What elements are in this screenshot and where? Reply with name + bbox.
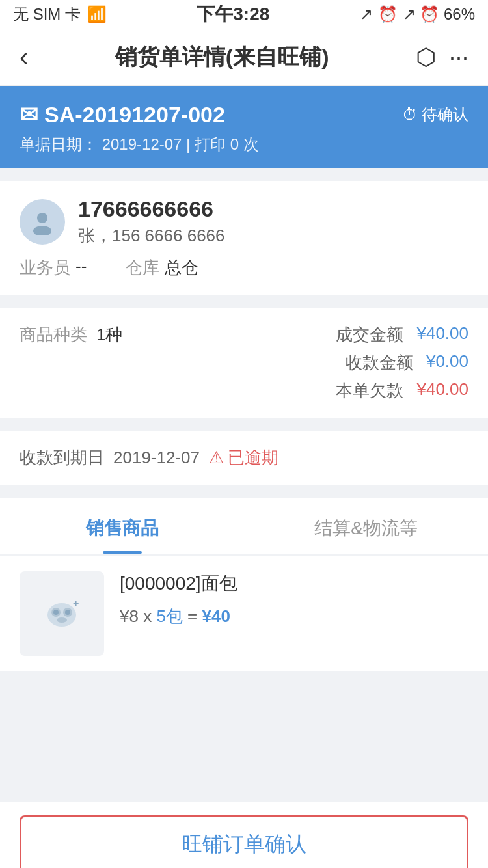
sales-value: -- — [75, 256, 87, 279]
summary-amounts: 成交金额 ¥40.00 收款金额 ¥0.00 本单欠款 ¥40.00 — [336, 323, 468, 402]
battery-text: ↗ ⏰ 66% — [403, 5, 475, 23]
no-sim-text: 无 SIM 卡 — [13, 4, 81, 25]
order-status: ⏱ 待确认 — [402, 104, 468, 125]
order-icon: ✉ — [20, 102, 38, 128]
due-date-card: 收款到期日 2019-12-07 ⚠ 已逾期 — [0, 431, 488, 485]
deal-amount-label: 成交金额 — [336, 323, 403, 346]
quantity: 5包 — [156, 606, 182, 626]
warehouse-label: 仓库 — [126, 256, 159, 279]
product-info: [0000002]面包 ¥8 x 5包 = ¥40 — [120, 571, 468, 628]
due-date-label: 收款到期日 — [20, 446, 104, 469]
due-date-value: 2019-12-07 — [113, 448, 200, 468]
customer-phone: 17666666666 — [78, 197, 225, 222]
avatar — [20, 199, 65, 245]
order-header-card: ✉ SA-20191207-002 ⏱ 待确认 单据日期： 2019-12-07… — [0, 86, 488, 168]
equals-sign: = — [187, 606, 202, 626]
owed-amount-row: 本单欠款 ¥40.00 — [336, 379, 468, 402]
svg-point-5 — [53, 610, 59, 615]
sales-label: 业务员 — [20, 256, 70, 279]
total-price: ¥40 — [202, 606, 230, 626]
received-amount-label: 收款金额 — [346, 351, 413, 374]
status-right: ↗ ⏰ ↗ ⏰ 66% — [360, 5, 475, 23]
unit-price: ¥8 — [120, 606, 139, 626]
overdue-badge: ⚠ 已逾期 — [209, 446, 278, 469]
summary-card: 商品种类 1种 成交金额 ¥40.00 收款金额 ¥0.00 本单欠款 ¥40.… — [0, 308, 488, 418]
share-icon[interactable]: ⬡ — [416, 44, 436, 71]
product-name: [0000002]面包 — [120, 571, 468, 596]
order-date: 单据日期： 2019-12-07 | 打印 0 次 — [20, 134, 468, 155]
owed-amount-label: 本单欠款 — [336, 379, 403, 402]
svg-point-2 — [47, 603, 76, 627]
clock-icon: ⏱ — [402, 105, 418, 124]
svg-point-7 — [57, 617, 67, 623]
confirm-button[interactable]: 旺铺订单确认 — [20, 815, 468, 868]
tab-products[interactable]: 销售商品 — [0, 498, 244, 554]
status-bar: 无 SIM 卡 📶 下午3:28 ↗ ⏰ ↗ ⏰ 66% — [0, 0, 488, 29]
svg-text:+: + — [73, 598, 79, 609]
owed-amount-value: ¥40.00 — [416, 379, 468, 402]
status-left: 无 SIM 卡 📶 — [13, 4, 107, 25]
customer-meta: 业务员 -- 仓库 总仓 — [20, 256, 468, 279]
svg-point-0 — [37, 213, 47, 223]
nav-actions: ⬡ ··· — [416, 44, 468, 71]
received-amount-value: ¥0.00 — [426, 351, 468, 374]
alarm-icon: ⏰ — [378, 5, 398, 23]
product-price: ¥8 x 5包 = ¥40 — [120, 605, 468, 628]
overdue-icon: ⚠ — [209, 448, 224, 468]
svg-point-1 — [33, 226, 51, 235]
nav-bar: ‹ 销货单详情(来自旺铺) ⬡ ··· — [0, 29, 488, 86]
tab-bar: 销售商品 结算&物流等 — [0, 498, 488, 554]
page-title: 销货单详情(来自旺铺) — [115, 42, 329, 72]
warehouse-value: 总仓 — [165, 256, 198, 279]
product-type: 商品种类 1种 — [20, 323, 122, 346]
order-id: ✉ SA-20191207-002 — [20, 102, 225, 128]
deal-amount-row: 成交金额 ¥40.00 — [336, 323, 468, 346]
back-button[interactable]: ‹ — [20, 42, 28, 72]
location-icon: ↗ — [360, 5, 373, 23]
tab-settlement[interactable]: 结算&物流等 — [244, 498, 488, 554]
multiply-sign: x — [143, 606, 156, 626]
svg-point-6 — [65, 610, 70, 615]
customer-name: 张，156 6666 6666 — [78, 224, 225, 247]
content-spacer — [0, 671, 488, 802]
bottom-bar: 旺铺订单确认 — [0, 802, 488, 868]
received-amount-row: 收款金额 ¥0.00 — [346, 351, 468, 374]
more-icon[interactable]: ··· — [449, 44, 468, 71]
wifi-icon: 📶 — [87, 5, 107, 23]
product-item: + [0000002]面包 ¥8 x 5包 = ¥40 — [0, 556, 488, 671]
status-time: 下午3:28 — [197, 2, 269, 27]
product-image: + — [20, 571, 104, 656]
deal-amount-value: ¥40.00 — [416, 323, 468, 346]
customer-card: 17666666666 张，156 6666 6666 业务员 -- 仓库 总仓 — [0, 181, 488, 295]
